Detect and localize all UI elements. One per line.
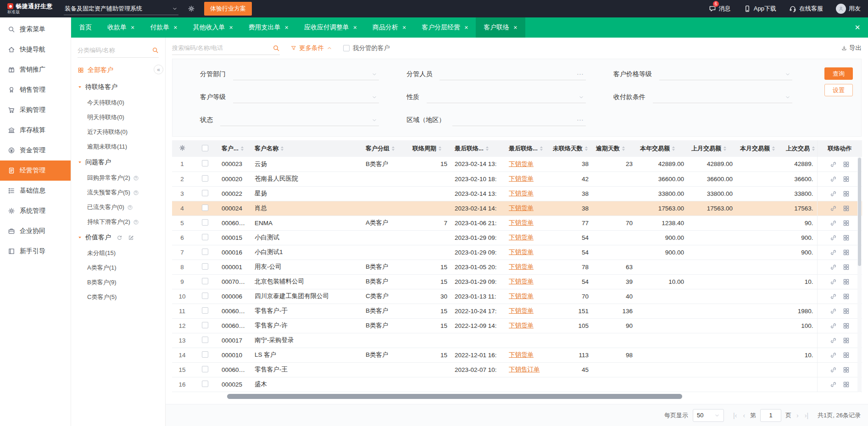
contact-grid-icon[interactable] [843, 190, 850, 197]
contact-grid-icon[interactable] [843, 352, 850, 359]
link-icon[interactable] [830, 308, 837, 315]
select-all-checkbox[interactable] [202, 145, 208, 151]
sort-icon[interactable] [723, 146, 726, 151]
tab-close-icon[interactable]: × [285, 24, 289, 31]
link-icon[interactable] [830, 190, 837, 197]
tree-item-0-2[interactable]: 近7天待联络(0) [71, 125, 165, 139]
column-header[interactable]: 上次交易 [786, 144, 810, 153]
row-checkbox[interactable] [202, 307, 208, 314]
link-icon[interactable] [830, 234, 837, 241]
last-action-link[interactable]: 下销货单 [509, 293, 534, 299]
sort-icon[interactable] [812, 146, 815, 151]
table-row[interactable]: 11000600...零售客户-于B类客户152022-10-24 17:下销货… [172, 304, 862, 318]
tab-4[interactable]: 费用支出单× [241, 17, 296, 38]
contact-grid-icon[interactable] [843, 220, 850, 227]
question-icon[interactable] [133, 175, 139, 181]
contact-grid-icon[interactable] [843, 308, 850, 315]
settings-button[interactable]: 设置 [824, 84, 853, 96]
refresh-icon[interactable] [117, 235, 122, 241]
sort-icon[interactable] [281, 146, 284, 151]
page-number-input[interactable] [760, 409, 781, 422]
more-filters-toggle[interactable]: 更多条件 [291, 44, 332, 52]
row-checkbox[interactable] [202, 337, 208, 343]
column-header[interactable]: 逾期天数 [596, 144, 620, 153]
filter-input-7[interactable]: ⋯ [452, 114, 585, 126]
all-customers-item[interactable]: 全部客户 « [71, 61, 165, 79]
tab-close-icon[interactable]: × [131, 24, 134, 31]
row-checkbox[interactable] [202, 263, 208, 270]
contact-grid-icon[interactable] [843, 278, 850, 285]
table-settings-icon[interactable] [179, 144, 186, 151]
link-icon[interactable] [830, 322, 837, 329]
tab-8[interactable]: 客户联络× [476, 17, 525, 38]
row-checkbox[interactable] [202, 322, 208, 328]
column-header[interactable]: 上月交易额 [691, 144, 721, 153]
tree-item-0-1[interactable]: 明天待联络(0) [71, 110, 165, 125]
link-icon[interactable] [830, 176, 837, 183]
system-selector-dropdown[interactable]: 装备及固定资产辅助管理系统 [64, 3, 178, 15]
sort-icon[interactable] [241, 146, 244, 151]
link-icon[interactable] [830, 264, 837, 271]
link-icon[interactable] [830, 161, 837, 168]
tree-item-2-3[interactable]: C类客户(5) [71, 290, 165, 304]
tab-1[interactable]: 收款单× [100, 17, 142, 38]
sort-icon[interactable] [392, 146, 395, 151]
filter-input-0[interactable] [233, 68, 379, 80]
tree-group-2[interactable]: 价值客户 [71, 229, 165, 246]
link-icon[interactable] [830, 352, 837, 359]
link-icon[interactable] [830, 249, 837, 256]
contact-grid-icon[interactable] [843, 205, 850, 212]
table-row[interactable]: 15000600...零售客户-王2023-02-07 10:下销售订单45 [172, 362, 862, 377]
table-row[interactable]: 4000024肖总2023-02-14 14:下销货单3817563.00175… [172, 201, 862, 216]
export-button[interactable]: 导出 [841, 44, 862, 52]
sidebar-item-9[interactable]: 系统管理 [0, 201, 71, 221]
column-header[interactable]: 联络周期 [412, 144, 436, 153]
tree-item-1-0[interactable]: 回购异常客户(2) [71, 171, 165, 185]
last-action-link[interactable]: 下销货单 [509, 351, 534, 358]
table-row[interactable]: 3000022星扬2023-02-14 13:下销货单3833800.00338… [172, 186, 862, 201]
link-icon[interactable] [830, 205, 837, 212]
tree-search-input[interactable] [78, 47, 149, 54]
edit-icon[interactable] [128, 235, 134, 241]
horizontal-scrollbar[interactable] [172, 394, 862, 400]
column-header[interactable]: 客户分组 [366, 144, 389, 153]
row-checkbox[interactable] [202, 351, 208, 358]
question-icon[interactable] [127, 205, 133, 210]
user-menu[interactable]: 用友 [836, 4, 861, 14]
app-download-button[interactable]: App下载 [744, 5, 776, 13]
tree-item-1-2[interactable]: 已流失客户(0) [71, 200, 165, 215]
filter-input-3[interactable] [233, 91, 379, 103]
contact-grid-icon[interactable] [843, 322, 850, 329]
filter-input-4[interactable] [427, 91, 585, 103]
sort-icon[interactable] [439, 146, 441, 151]
customer-search-input[interactable] [172, 44, 270, 51]
link-icon[interactable] [830, 293, 837, 300]
sidebar-item-4[interactable]: 采购管理 [0, 100, 71, 120]
my-customers-filter[interactable]: 我分管的客户 [343, 44, 390, 52]
last-action-link[interactable]: 下销货单 [509, 322, 534, 329]
page-size-select[interactable]: 50 [693, 409, 724, 422]
sidebar-item-1[interactable]: 快捷导航 [0, 39, 71, 60]
contact-grid-icon[interactable] [843, 249, 850, 256]
gear-icon[interactable] [188, 5, 195, 12]
sidebar-item-11[interactable]: 新手引导 [0, 241, 71, 261]
search-icon[interactable] [152, 47, 159, 54]
next-page-button[interactable]: › [796, 412, 800, 419]
close-all-tabs-icon[interactable]: ✕ [847, 17, 868, 38]
table-row[interactable]: 13000017南宁-采购登录 [172, 333, 862, 348]
horizontal-scrollbar-thumb[interactable] [227, 394, 682, 399]
tab-close-icon[interactable]: × [464, 24, 468, 31]
sidebar-item-2[interactable]: 营销推广 [0, 60, 71, 80]
contact-grid-icon[interactable] [843, 381, 850, 388]
filter-input-5[interactable] [653, 91, 792, 103]
tree-item-0-3[interactable]: 逾期未联络(11) [71, 139, 165, 154]
filter-input-6[interactable] [220, 114, 379, 126]
contact-grid-icon[interactable] [843, 337, 850, 344]
row-checkbox[interactable] [202, 175, 208, 182]
column-header[interactable]: 联络动作 [828, 144, 851, 153]
sidebar-item-0[interactable]: 搜索菜单 [0, 19, 71, 39]
query-button[interactable]: 查询 [824, 67, 853, 80]
tree-item-0-0[interactable]: 今天待联络(0) [71, 95, 165, 110]
tree-item-1-3[interactable]: 持续下滑客户(2) [71, 215, 165, 229]
sort-icon[interactable] [772, 146, 775, 151]
